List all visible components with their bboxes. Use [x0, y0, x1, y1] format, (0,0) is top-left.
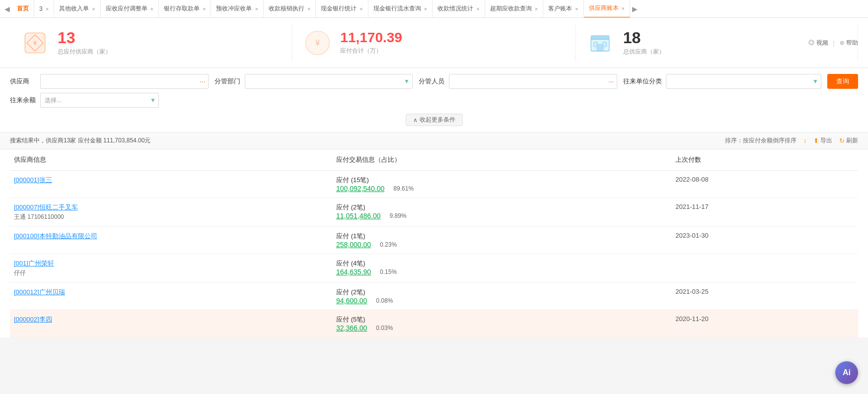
- stat-payable-total: ¥ 11,170.39 应付合计（万）: [292, 24, 575, 62]
- tx-percent-4: 0.08%: [376, 297, 393, 304]
- nav-tab-bank[interactable]: 银行存取款单×: [159, 0, 211, 18]
- nav-tab-income[interactable]: 其他收入单×: [54, 0, 100, 18]
- tab-close-income[interactable]: ×: [92, 6, 95, 12]
- tab-close-supplier_book[interactable]: ×: [622, 5, 625, 11]
- tab-close-customer_book[interactable]: ×: [575, 6, 578, 12]
- amount-link-0[interactable]: 100,092,540.00: [336, 185, 384, 193]
- nav-tab-supplier_book[interactable]: 供应商账本×: [584, 0, 630, 18]
- category-select[interactable]: [666, 74, 822, 89]
- svg-rect-6: [591, 35, 609, 39]
- tab-close-tab3[interactable]: ×: [46, 6, 49, 12]
- supplier-label: 供应商: [10, 77, 37, 86]
- category-label: 往来单位分类: [623, 77, 663, 86]
- person-label: 分管人员: [419, 77, 446, 86]
- nav-tab-verify[interactable]: 收款核销执行×: [264, 0, 316, 18]
- supplier-sub-3: 仔仔: [14, 269, 328, 277]
- stat-payable-suppliers: ¥ 13 总应付供应商（家）: [10, 24, 292, 62]
- filter-balance: 往来余额 选择... ▼: [10, 93, 159, 108]
- help-link[interactable]: ⊙ 帮助: [840, 39, 858, 47]
- col-supplier-info: 供应商信息: [10, 149, 332, 171]
- supplier-link-1[interactable]: [000007]恒旺二手叉车: [14, 203, 78, 211]
- svg-rect-9: [603, 42, 606, 46]
- tab-close-cash_flow[interactable]: ×: [424, 6, 427, 12]
- col-last-pay: 上次付数: [671, 149, 858, 171]
- supplier-cell-2: [000100]本特勤油品有限公司: [10, 227, 332, 254]
- tx-type-0: 应付 (15笔): [336, 176, 667, 185]
- dept-select[interactable]: [245, 74, 413, 89]
- supplier-link-0[interactable]: [000001]张三: [14, 176, 52, 184]
- nav-tab-recv_stat[interactable]: 收款情况统计×: [433, 0, 485, 18]
- dept-label: 分管部门: [215, 77, 242, 86]
- nav-prev-arrow[interactable]: ◀: [2, 0, 12, 18]
- total-suppliers-label: 总供应商（家）: [623, 48, 665, 56]
- supplier-input[interactable]: [40, 74, 209, 89]
- tx-percent-5: 0.03%: [376, 325, 393, 331]
- nav-tab-overdue[interactable]: 超期应收款查询×: [485, 0, 543, 18]
- tx-cell-3: 应付 (4笔)164,635.900.15%: [332, 254, 671, 283]
- tab-close-bank[interactable]: ×: [203, 6, 206, 12]
- nav-tab-cash_flow[interactable]: 现金银行流水查询×: [368, 0, 433, 18]
- collapse-bar: ∧ 收起更多条件: [10, 112, 858, 128]
- tab-close-recv_stat[interactable]: ×: [476, 6, 479, 12]
- tab-close-adjustment[interactable]: ×: [150, 6, 153, 12]
- video-icon: ◎: [808, 39, 814, 46]
- amount-link-5[interactable]: 32,366.00: [336, 324, 367, 332]
- table-row: [000012]广州贝瑞应付 (2笔)94,600.000.08%2021-03…: [10, 283, 858, 310]
- nav-tab-tab3[interactable]: 3×: [34, 0, 54, 18]
- collapse-button[interactable]: ∧ 收起更多条件: [406, 114, 463, 126]
- person-input[interactable]: [449, 74, 617, 89]
- supplier-link-3[interactable]: [001]广州荣轩: [14, 260, 54, 267]
- supplier-link-2[interactable]: [000100]本特勤油品有限公司: [14, 232, 97, 240]
- sort-icon: ↕: [803, 137, 806, 144]
- help-links: ◎ 视频 | ⊙ 帮助: [808, 39, 858, 47]
- table-header: 供应商信息 应付交易信息（占比） 上次付数: [10, 149, 858, 171]
- supplier-link-4[interactable]: [000012]广州贝瑞: [14, 288, 65, 296]
- person-dots-icon[interactable]: ···: [608, 77, 614, 85]
- results-actions: 排序：按应付余额倒序排序 ↕ ⬆ 导出 ↻ 刷新: [725, 136, 858, 145]
- collapse-up-icon: ∧: [413, 117, 418, 124]
- tab-close-cash_stat[interactable]: ×: [360, 6, 362, 12]
- balance-label: 往来余额: [10, 96, 37, 105]
- amount-link-3[interactable]: 164,635.90: [336, 268, 371, 276]
- tx-type-4: 应付 (2笔): [336, 288, 667, 297]
- nav-tab-home[interactable]: 首页: [12, 0, 34, 18]
- payable-suppliers-label: 总应付供应商（家）: [58, 48, 111, 56]
- filter-row-1: 供应商 ··· 分管部门 ▼ 分管人员 ··· 往来单位分类: [10, 74, 858, 89]
- data-table: 供应商信息 应付交易信息（占比） 上次付数 [000001]张三应付 (15笔)…: [10, 149, 858, 337]
- table-row: [001]广州荣轩仔仔应付 (4笔)164,635.900.15%: [10, 254, 858, 283]
- amount-link-4[interactable]: 94,600.00: [336, 297, 367, 305]
- table-body: [000001]张三应付 (15笔)100,092,540.0089.61%20…: [10, 171, 858, 337]
- payable-total-label: 应付合计（万）: [340, 47, 402, 55]
- sort-label: 排序：按应付余额倒序排序: [725, 136, 796, 145]
- nav-tab-cash_stat[interactable]: 现金银行统计×: [316, 0, 368, 18]
- supplier-dots-icon[interactable]: ···: [200, 77, 206, 85]
- nav-tab-adjustment[interactable]: 应收应付调整单×: [101, 0, 159, 18]
- supplier-link-5[interactable]: [000002]李四: [14, 316, 52, 323]
- tx-cell-5: 应付 (5笔)32,366.000.03%: [332, 310, 671, 337]
- filter-category: 往来单位分类 ▼: [623, 74, 822, 89]
- tx-cell-1: 应付 (2笔)11,051,486.009.89%: [332, 198, 671, 227]
- amount-link-1[interactable]: 11,051,486.00: [336, 212, 381, 220]
- supplier-cell-0: [000001]张三: [10, 171, 332, 198]
- svg-text:¥: ¥: [32, 39, 37, 47]
- balance-select[interactable]: 选择...: [40, 93, 159, 108]
- tab-close-overdue[interactable]: ×: [535, 6, 538, 12]
- tab-close-prepay[interactable]: ×: [255, 6, 258, 12]
- nav-tab-prepay[interactable]: 预收冲应收单×: [211, 0, 263, 18]
- nav-tab-customer_book[interactable]: 客户账本×: [543, 0, 583, 18]
- nav-next-arrow[interactable]: ▶: [630, 0, 640, 18]
- query-button[interactable]: 查询: [827, 74, 858, 89]
- tab-close-verify[interactable]: ×: [307, 6, 310, 12]
- tx-amount-row-4: 94,600.000.08%: [336, 297, 667, 305]
- video-link[interactable]: ◎ 视频: [808, 39, 828, 47]
- tx-amount-row-1: 11,051,486.009.89%: [336, 212, 667, 220]
- export-link[interactable]: ⬆ 导出: [813, 136, 832, 145]
- amount-link-2[interactable]: 258,000.00: [336, 241, 371, 249]
- refresh-link[interactable]: ↻ 刷新: [839, 136, 858, 145]
- payable-total-icon: ¥: [302, 28, 332, 58]
- total-suppliers-icon: [585, 28, 615, 58]
- filter-dept: 分管部门 ▼: [215, 74, 413, 89]
- filter-area: 供应商 ··· 分管部门 ▼ 分管人员 ··· 往来单位分类: [0, 68, 868, 132]
- total-suppliers-number: 18: [623, 29, 665, 47]
- tx-cell-0: 应付 (15笔)100,092,540.0089.61%: [332, 171, 671, 198]
